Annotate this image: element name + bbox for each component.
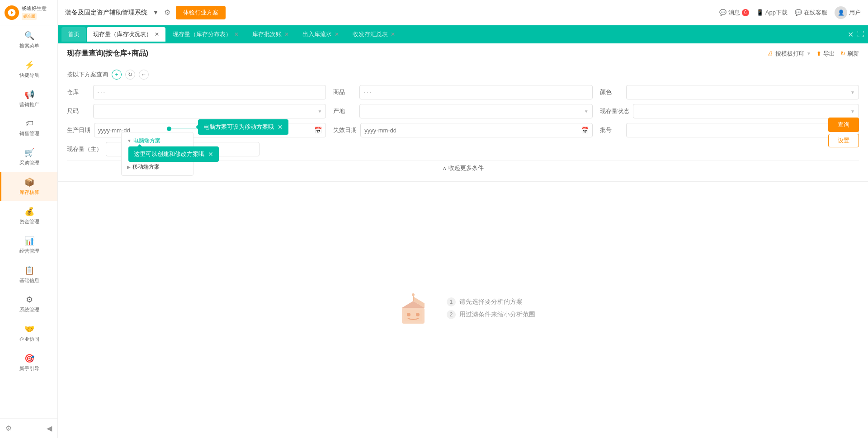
up-arrow-icon: ∧ — [443, 165, 447, 171]
sidebar-item-finance[interactable]: 💰 资金管理 — [0, 201, 57, 231]
batch-label: 批号 — [600, 126, 623, 134]
tab-stock-status[interactable]: 现存量（库存状况表） ✕ — [87, 27, 165, 42]
system-dropdown[interactable]: ▼ — [153, 9, 159, 16]
top-header: 装备及固定资产辅助管理系统 ▼ ⚙ 体验行业方案 💬 消息 6 📱 App下载 … — [58, 0, 868, 25]
sidebar-item-search-menu[interactable]: 🔍 搜索菜单 — [0, 25, 57, 55]
empty-illustration — [391, 287, 436, 333]
filter-header: 按以下方案查询 + ↻ ← — [67, 70, 859, 80]
sidebar-item-inventory[interactable]: 📦 库存核算 — [0, 172, 57, 201]
user-action[interactable]: 👤 用户 — [835, 6, 861, 19]
sidebar-item-label: 销售管理 — [19, 130, 39, 137]
reset-button[interactable]: 设置 — [828, 134, 859, 147]
tab-stock-dist[interactable]: 现存量（库存分布表） ✕ — [166, 27, 245, 42]
sidebar-bottom: ⚙ ◀ — [0, 418, 57, 438]
exp-date-input-wrap[interactable]: 📅 — [360, 123, 592, 137]
scheme-tree-mobile[interactable]: ▶ 移动端方案 — [122, 160, 193, 174]
sidebar-item-purchase[interactable]: 🛒 采购管理 — [0, 142, 57, 172]
sidebar-item-operations[interactable]: 📊 经营管理 — [0, 231, 57, 260]
message-action[interactable]: 💬 消息 6 — [719, 9, 749, 17]
online-service-action[interactable]: 💬 在线客服 — [795, 9, 827, 17]
marketing-icon: 📢 — [24, 89, 34, 99]
app-download-label: App下载 — [765, 9, 788, 17]
user-avatar: 👤 — [835, 6, 847, 19]
collapse-button[interactable]: ∧ 收起更多条件 — [439, 160, 487, 176]
tooltip-create-close[interactable]: ✕ — [208, 151, 213, 158]
svg-point-4 — [407, 313, 410, 316]
warehouse-label: 仓库 — [67, 88, 90, 96]
tooltip-scheme-text: 电脑方案可设为移动方案哦 — [203, 123, 274, 131]
print-dropdown-icon: ▼ — [807, 51, 811, 56]
origin-label: 产地 — [333, 107, 356, 115]
guide-icon: 🎯 — [24, 353, 34, 363]
sidebar-item-basic-info[interactable]: 📋 基础信息 — [0, 260, 57, 289]
expand-arrow: ▼ — [127, 138, 132, 143]
app-download-action[interactable]: 📱 App下载 — [756, 9, 788, 17]
connector-line — [170, 128, 197, 128]
tab-batch-ledger[interactable]: 库存批次账 ✕ — [246, 27, 295, 42]
tooltip-scheme-close[interactable]: ✕ — [278, 123, 283, 131]
purchase-icon: 🛒 — [24, 148, 34, 158]
svg-point-5 — [416, 313, 420, 316]
sidebar-item-guide[interactable]: 🎯 新手引导 — [0, 348, 57, 377]
stock-status-select[interactable]: ▼ — [633, 104, 859, 118]
tab-receivable[interactable]: 收发存汇总表 ✕ — [346, 27, 401, 42]
logo-badge: 标准版 — [22, 13, 37, 20]
message-icon: 💬 — [719, 9, 726, 16]
tab-close-icon[interactable]: ✕ — [391, 31, 395, 38]
export-button[interactable]: ⬆ 导出 — [816, 50, 835, 58]
refresh-button[interactable]: ↻ 刷新 — [840, 50, 859, 58]
tab-receivable-label: 收发存汇总表 — [353, 30, 388, 38]
tab-close-all-icon[interactable]: ✕ — [848, 30, 854, 39]
sidebar-nav: 🔍 搜索菜单 ⚡ 快捷导航 📢 营销推广 🏷 销售管理 🛒 采购管理 📦 库存核… — [0, 25, 57, 418]
product-select[interactable]: ··· — [359, 85, 592, 99]
logo-area: 畅通好生意 标准版 — [0, 0, 57, 25]
sidebar-item-label: 营销推广 — [19, 101, 39, 108]
tab-inout-flow[interactable]: 出入库流水 ✕ — [296, 27, 345, 42]
tabs-right-actions: ✕ ⛶ — [848, 30, 864, 39]
sidebar-item-system[interactable]: ⚙ 系统管理 — [0, 289, 57, 319]
warehouse-select[interactable]: ··· — [93, 85, 326, 99]
sidebar-item-label: 资金管理 — [19, 218, 39, 225]
add-scheme-button[interactable]: + — [112, 70, 122, 80]
tab-close-icon[interactable]: ✕ — [284, 31, 289, 38]
tab-home[interactable]: 首页 — [61, 27, 86, 42]
settings-icon[interactable]: ⚙ — [164, 8, 170, 17]
refresh-icon: ↻ — [840, 50, 845, 57]
tab-inout-flow-label: 出入库流水 — [302, 30, 332, 38]
batch-input[interactable] — [626, 123, 859, 137]
print-template-button[interactable]: 🖨 按模板打印 ▼ — [768, 50, 811, 58]
color-dropdown-icon: ▼ — [850, 90, 855, 95]
sidebar-settings-icon[interactable]: ⚙ — [5, 424, 12, 433]
arrow-scheme-button[interactable]: ← — [139, 70, 149, 80]
filter-row-2: 尺码 ▼ 产地 ▼ 现存量状态 — [67, 104, 859, 118]
sidebar-item-label: 企业协同 — [19, 336, 39, 343]
sidebar-item-enterprise[interactable]: 🤝 企业协同 — [0, 319, 57, 348]
scheme-tree-pc[interactable]: ▼ 电脑端方案 — [122, 134, 193, 147]
stock-status-dropdown-icon: ▼ — [850, 109, 855, 114]
filter-dots-product: ··· — [363, 88, 372, 96]
search-menu-icon: 🔍 — [24, 31, 34, 41]
logo-text-area: 畅通好生意 标准版 — [22, 5, 47, 19]
message-badge: 6 — [742, 9, 749, 16]
sidebar-item-marketing[interactable]: 📢 营销推广 — [0, 84, 57, 113]
empty-step-1: 1 请先选择要分析的方案 — [447, 297, 535, 306]
size-select[interactable]: ▼ — [93, 104, 326, 118]
origin-select[interactable]: ▼ — [359, 104, 592, 118]
exp-date-input[interactable] — [364, 127, 579, 134]
tab-fullscreen-icon[interactable]: ⛶ — [857, 30, 864, 38]
sidebar-item-label: 基础信息 — [19, 277, 39, 284]
sidebar-item-quick-nav[interactable]: ⚡ 快捷导航 — [0, 55, 57, 84]
refresh-scheme-button[interactable]: ↻ — [125, 70, 135, 80]
product-label: 商品 — [333, 88, 356, 96]
trial-button[interactable]: 体验行业方案 — [176, 6, 226, 19]
color-select[interactable]: ▼ — [626, 85, 859, 99]
search-button[interactable]: 查询 — [828, 118, 859, 132]
origin-dropdown-icon: ▼ — [584, 109, 589, 114]
inventory-icon: 📦 — [24, 177, 34, 187]
sidebar-collapse-icon[interactable]: ◀ — [47, 424, 52, 433]
tab-close-icon[interactable]: ✕ — [335, 31, 339, 38]
empty-state: 1 请先选择要分析的方案 2 用过滤条件来缩小分析范围 — [58, 182, 868, 438]
tab-close-icon[interactable]: ✕ — [155, 31, 159, 38]
sidebar-item-sales[interactable]: 🏷 销售管理 — [0, 113, 57, 142]
tab-close-icon[interactable]: ✕ — [234, 31, 239, 38]
